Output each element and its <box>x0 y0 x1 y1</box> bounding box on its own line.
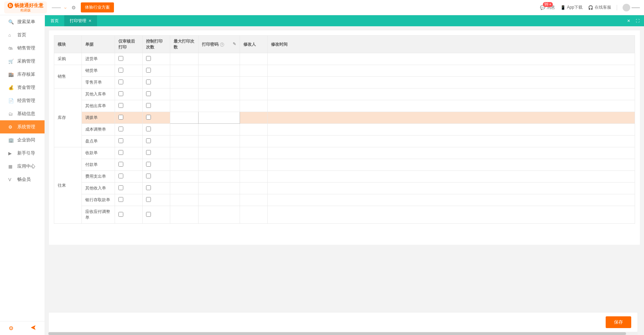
tenant-name: —— <box>52 5 61 10</box>
sidebar-item-6[interactable]: 📄经营管理 <box>0 94 45 107</box>
audit-print-checkbox[interactable] <box>118 150 123 155</box>
modify-time-cell <box>268 100 635 112</box>
limit-print-checkbox[interactable] <box>146 91 151 96</box>
user-menu[interactable]: —— <box>623 4 640 11</box>
doc-cell: 费用支出单 <box>82 171 115 183</box>
print-pwd-cell <box>199 65 240 77</box>
sidebar-item-1[interactable]: ⌂首页 <box>0 28 45 41</box>
limit-print-checkbox[interactable] <box>146 56 151 61</box>
sidebar-item-2[interactable]: 🛍销售管理 <box>0 41 45 55</box>
sidebar-item-icon: 🔍 <box>8 19 14 25</box>
audit-print-checkbox[interactable] <box>118 138 123 143</box>
logo-text: 畅捷通好生意 <box>15 2 44 8</box>
print-settings-panel: 模块 单据 仅审核后打印 控制打印次数 最大打印次数 打印密码?✎ 修改人 修改… <box>49 30 640 245</box>
limit-print-checkbox[interactable] <box>146 103 151 108</box>
doc-cell: 应收应付调整单 <box>82 206 115 224</box>
print-pwd-cell[interactable] <box>199 112 240 124</box>
content-area: 模块 单据 仅审核后打印 控制打印次数 最大打印次数 打印密码?✎ 修改人 修改… <box>45 26 644 335</box>
audit-print-checkbox[interactable] <box>118 185 123 190</box>
save-button[interactable]: 保存 <box>606 316 631 328</box>
limit-print-cell <box>143 65 170 77</box>
table-row: 付款单 <box>54 159 635 171</box>
collapse-icon[interactable]: ⮜ <box>22 322 45 335</box>
audit-print-checkbox[interactable] <box>118 212 123 217</box>
limit-print-checkbox[interactable] <box>146 138 151 143</box>
sidebar-item-7[interactable]: 🗂基础信息 <box>0 107 45 120</box>
message-badge: 99 + <box>543 2 553 7</box>
sidebar-item-label: 销售管理 <box>17 45 35 51</box>
print-pwd-cell <box>199 171 240 183</box>
tenant-switcher[interactable]: —— ⌵ <box>52 5 67 10</box>
limit-print-checkbox[interactable] <box>146 80 151 84</box>
fullscreen-icon[interactable]: ⛶ <box>634 18 641 24</box>
audit-print-cell <box>115 194 143 206</box>
max-print-cell <box>170 100 199 112</box>
table-row: 库存其他入库单 <box>54 89 635 100</box>
online-service-label: 在线客服 <box>595 4 611 10</box>
audit-print-checkbox[interactable] <box>118 197 123 202</box>
print-pwd-cell <box>199 100 240 112</box>
sidebar-item-label: 畅会员 <box>17 176 31 183</box>
audit-print-checkbox[interactable] <box>118 80 123 84</box>
modify-time-cell <box>268 171 635 183</box>
try-solution-button[interactable]: 体验行业方案 <box>81 2 114 12</box>
limit-print-checkbox[interactable] <box>146 150 151 155</box>
sidebar-item-label: 应用中心 <box>17 163 35 169</box>
audit-print-checkbox[interactable] <box>118 162 123 167</box>
audit-print-checkbox[interactable] <box>118 68 123 73</box>
save-bar: 保存 <box>48 312 638 332</box>
sidebar-item-0[interactable]: 🔍搜索菜单 <box>0 15 45 28</box>
sidebar-item-label: 基础信息 <box>17 111 35 117</box>
headset-icon: 🎧 <box>588 5 593 10</box>
audit-print-checkbox[interactable] <box>118 174 123 178</box>
sidebar-item-12[interactable]: V畅会员 <box>0 173 45 186</box>
limit-print-checkbox[interactable] <box>146 68 151 73</box>
gear-icon[interactable]: ⚙ <box>71 5 76 10</box>
sidebar-item-4[interactable]: 🏬库存核算 <box>0 68 45 81</box>
limit-print-checkbox[interactable] <box>146 212 151 217</box>
horizontal-scrollbar[interactable] <box>48 332 638 335</box>
col-modify-time: 修改时间 <box>268 36 635 53</box>
audit-print-checkbox[interactable] <box>118 115 123 120</box>
sidebar-item-icon: 🛒 <box>8 59 14 64</box>
limit-print-cell <box>143 112 170 124</box>
doc-cell: 其他出库单 <box>82 100 115 112</box>
audit-print-checkbox[interactable] <box>118 127 123 131</box>
limit-print-checkbox[interactable] <box>146 127 151 131</box>
audit-print-checkbox[interactable] <box>118 91 123 96</box>
table-row: 采购进货单 <box>54 53 635 65</box>
edit-column-icon[interactable]: ✎ <box>233 41 236 46</box>
settings-icon[interactable]: ⚙ <box>0 322 22 335</box>
audit-print-checkbox[interactable] <box>118 56 123 61</box>
max-print-cell[interactable] <box>170 112 199 124</box>
sidebar-item-label: 搜索菜单 <box>17 19 35 25</box>
limit-print-checkbox[interactable] <box>146 174 151 178</box>
doc-cell: 其他收入单 <box>82 183 115 194</box>
app-download-button[interactable]: 📱 App下载 <box>560 4 583 10</box>
limit-print-checkbox[interactable] <box>146 197 151 202</box>
sidebar-item-3[interactable]: 🛒采购管理 <box>0 55 45 68</box>
help-icon[interactable]: ? <box>220 43 224 47</box>
sidebar-item-11[interactable]: ▦应用中心 <box>0 160 45 173</box>
audit-print-checkbox[interactable] <box>118 103 123 108</box>
tab-print-manage[interactable]: 打印管理 ✕ <box>64 15 97 26</box>
close-icon[interactable]: ✕ <box>88 19 92 23</box>
limit-print-checkbox[interactable] <box>146 115 151 120</box>
audit-print-cell <box>115 100 143 112</box>
close-all-icon[interactable]: ✕ <box>625 18 632 24</box>
messages-button[interactable]: 💬 99 + 消息 <box>540 4 555 10</box>
sidebar-item-5[interactable]: 💰资金管理 <box>0 81 45 94</box>
sidebar-item-10[interactable]: ▶新手引导 <box>0 147 45 160</box>
limit-print-checkbox[interactable] <box>146 185 151 190</box>
sidebar-footer: ⚙ ⮜ <box>0 321 45 335</box>
tab-home[interactable]: 首页 <box>45 15 64 26</box>
limit-print-cell <box>143 100 170 112</box>
online-service-button[interactable]: 🎧 在线客服 <box>588 4 611 10</box>
modify-time-cell <box>268 147 635 159</box>
scrollbar-thumb[interactable] <box>48 332 626 335</box>
sidebar-item-9[interactable]: 🏢企业协同 <box>0 133 45 147</box>
limit-print-checkbox[interactable] <box>146 162 151 167</box>
tab-home-label: 首页 <box>50 18 59 24</box>
sidebar-item-8[interactable]: ⚙系统管理 <box>0 120 45 133</box>
top-header: b畅捷通好生意 精易版 —— ⌵ ⚙ 体验行业方案 💬 99 + 消息 📱 Ap… <box>0 0 644 15</box>
